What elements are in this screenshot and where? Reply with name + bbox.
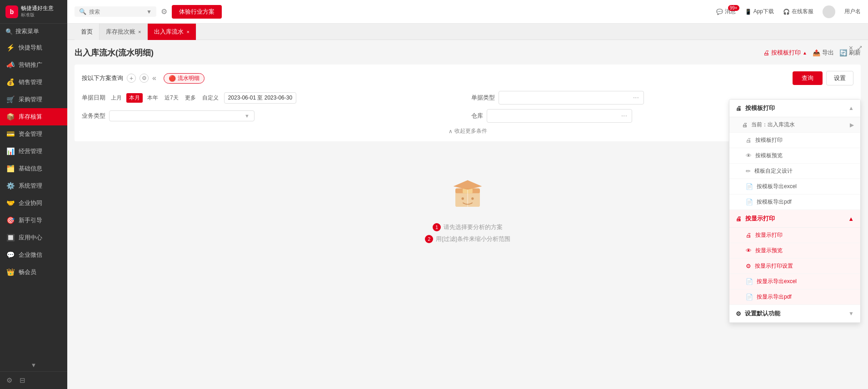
- topbar-search-box[interactable]: 🔍 ▼: [75, 6, 156, 17]
- sidebar-label-basic: 基础信息: [19, 165, 42, 173]
- sidebar-item-system[interactable]: ⚙️系统管理: [0, 177, 67, 194]
- message-badge: 99+: [728, 5, 739, 11]
- svg-marker-3: [454, 180, 482, 190]
- dropdown-template-custom[interactable]: ✏ 模板自定义设计: [729, 164, 860, 179]
- date-opt-5[interactable]: 自定义: [200, 93, 220, 103]
- biz-type-select[interactable]: ▼: [109, 110, 254, 121]
- sidebar-icon-business: 📊: [6, 147, 15, 155]
- sidebar-item-finance[interactable]: 💳资金管理: [0, 125, 67, 143]
- dropdown-section-template-print[interactable]: 🖨 按模板打印 ▲: [729, 100, 860, 117]
- warehouse-select[interactable]: ···: [487, 109, 632, 123]
- sidebar-item-inventory[interactable]: 📦库存核算: [0, 108, 67, 125]
- date-opt-1[interactable]: 本月: [126, 93, 143, 103]
- sidebar-nav: ⚡快捷导航📣营销推广💰销售管理🛒采购管理📦库存核算💳资金管理📊经营管理🗂️基础信…: [0, 39, 67, 359]
- message-button[interactable]: 💬 消息 99+: [716, 8, 736, 15]
- print-button[interactable]: 🖨 按模板打印 ▲: [763, 49, 807, 57]
- biz-type-dropdown-icon[interactable]: ▼: [244, 113, 249, 119]
- sidebar-label-marketing: 营销推广: [19, 61, 42, 69]
- tab-flow[interactable]: 出入库流水×: [148, 24, 196, 40]
- sidebar-icon-wechat: 💬: [6, 251, 15, 259]
- tab-label-home: 首页: [81, 28, 93, 36]
- tab-close-inventory-batch[interactable]: ×: [138, 29, 141, 35]
- template-export-excel-icon: 📄: [746, 183, 753, 190]
- topbar-search-dropdown[interactable]: ▼: [146, 9, 152, 15]
- display-export-excel-label: 按显示导出excel: [757, 278, 797, 285]
- sidebar-item-basic[interactable]: 🗂️基础信息: [0, 160, 67, 177]
- dropdown-display-export-excel[interactable]: 📄 按显示导出excel: [729, 274, 860, 289]
- dropdown-display-print[interactable]: 🖨 按显示打印: [729, 228, 860, 243]
- doc-type-more-icon[interactable]: ···: [633, 94, 639, 102]
- expand-panel-button[interactable]: ⤢: [857, 44, 863, 52]
- sidebar-item-marketing[interactable]: 📣营销推广: [0, 56, 67, 74]
- sidebar-item-newbie[interactable]: 🎯新手引导: [0, 212, 67, 229]
- sidebar-item-collab[interactable]: 🤝企业协同: [0, 194, 67, 212]
- sidebar-item-sales[interactable]: 💰销售管理: [0, 74, 67, 91]
- sidebar-label-apps: 应用中心: [19, 234, 42, 242]
- filter-settings-button[interactable]: ⚙: [140, 74, 149, 83]
- date-opt-2[interactable]: 本年: [145, 93, 160, 103]
- sidebar-icon-basic: 🗂️: [6, 165, 15, 173]
- template-preview-icon: 👁: [746, 152, 752, 159]
- app-download-button[interactable]: 📱 App下载: [745, 8, 774, 15]
- dropdown-section-set-default[interactable]: ⚙ 设置默认功能 ▼: [729, 305, 860, 323]
- empty-step-1: 1 请先选择要分析的方案: [433, 223, 503, 231]
- svg-point-6: [471, 197, 474, 199]
- date-range-display[interactable]: 2023-06-01 至 2023-06-30: [224, 92, 296, 104]
- dropdown-template-export-pdf[interactable]: 📄 按模板导出pdf: [729, 194, 860, 210]
- date-opt-0[interactable]: 上月: [109, 93, 124, 103]
- filter-collapse-toggle[interactable]: «: [152, 74, 156, 82]
- dropdown-menu: 🖨 按模板打印 ▲ 🖨 当前：出入库流水 ▶ 🖨 按模板打印 👁 按模板预览: [729, 99, 861, 323]
- toggle-icon[interactable]: ⊟: [20, 376, 25, 384]
- sidebar-item-purchase[interactable]: 🛒采购管理: [0, 91, 67, 108]
- export-button[interactable]: 📤 导出: [813, 49, 834, 57]
- doc-type-select[interactable]: ···: [499, 91, 644, 105]
- tab-home[interactable]: 首页: [75, 24, 100, 40]
- sidebar-label-member: 畅会员: [19, 268, 36, 276]
- query-button[interactable]: 查询: [793, 71, 823, 85]
- sidebar-scroll-down[interactable]: ▼: [0, 359, 67, 371]
- template-print-arrow: ▲: [848, 105, 854, 111]
- sidebar-item-quick-nav[interactable]: ⚡快捷导航: [0, 39, 67, 56]
- warehouse-more-icon[interactable]: ···: [621, 112, 627, 120]
- close-panel-button[interactable]: ×: [849, 44, 853, 52]
- dropdown-template-preview[interactable]: 👁 按模板预览: [729, 148, 860, 164]
- username-label[interactable]: 用户名: [844, 8, 861, 15]
- settings-icon[interactable]: ⚙: [6, 376, 12, 384]
- dropdown-display-preview[interactable]: 👁 按显示预览: [729, 243, 860, 259]
- dropdown-current-template[interactable]: 🖨 当前：出入库流水 ▶: [729, 117, 860, 133]
- filter-add-button[interactable]: +: [127, 74, 136, 83]
- service-button[interactable]: 🎧 在线客服: [783, 8, 813, 15]
- filter-tag-liushui[interactable]: 🔴 流水明细: [164, 73, 205, 84]
- dropdown-display-print-settings[interactable]: ⚙ 按显示打印设置: [729, 259, 860, 274]
- print-dropdown-arrow[interactable]: ▲: [803, 50, 807, 55]
- topbar-gear-icon[interactable]: ⚙: [161, 7, 167, 16]
- sidebar-icon-sales: 💰: [6, 78, 15, 86]
- main-area: 🔍 ▼ ⚙ 体验行业方案 💬 消息 99+ 📱 App下载 🎧 在线客服 用户名: [67, 0, 868, 389]
- sidebar-item-wechat[interactable]: 💬企业微信: [0, 246, 67, 264]
- dropdown-template-print[interactable]: 🖨 按模板打印: [729, 133, 860, 148]
- tab-inventory-batch[interactable]: 库存批次账×: [100, 24, 148, 40]
- dropdown-section-display-print[interactable]: 🖨 按显示打印 ▲: [729, 210, 860, 228]
- date-opt-4[interactable]: 更多: [183, 93, 198, 103]
- trial-button[interactable]: 体验行业方案: [172, 5, 222, 19]
- template-export-excel-label: 按模板导出excel: [757, 183, 797, 190]
- sidebar-item-member[interactable]: 👑畅会员: [0, 264, 67, 281]
- doc-type-label: 单据类型: [471, 94, 495, 102]
- tab-close-flow[interactable]: ×: [186, 29, 189, 35]
- date-opt-3[interactable]: 近7天: [163, 93, 180, 103]
- template-print-item-icon: 🖨: [746, 137, 752, 144]
- user-avatar[interactable]: [823, 5, 835, 18]
- sidebar-label-finance: 资金管理: [19, 130, 42, 138]
- filter-settings-right-button[interactable]: 设置: [826, 71, 853, 85]
- dropdown-template-export-excel[interactable]: 📄 按模板导出excel: [729, 179, 860, 194]
- template-print-section-icon: 🖨: [736, 105, 742, 112]
- window-controls: × ⤢: [843, 40, 868, 56]
- sidebar-item-business[interactable]: 📊经营管理: [0, 143, 67, 160]
- sidebar-icon-marketing: 📣: [6, 61, 15, 69]
- template-custom-label: 模板自定义设计: [754, 167, 793, 175]
- dropdown-display-export-pdf[interactable]: 📄 按显示导出pdf: [729, 289, 860, 305]
- topbar-search-input[interactable]: [89, 9, 144, 15]
- sidebar-item-apps[interactable]: 🔲应用中心: [0, 229, 67, 246]
- sidebar-label-sales: 销售管理: [19, 78, 42, 86]
- sidebar-search[interactable]: 🔍 搜索菜单: [0, 24, 67, 39]
